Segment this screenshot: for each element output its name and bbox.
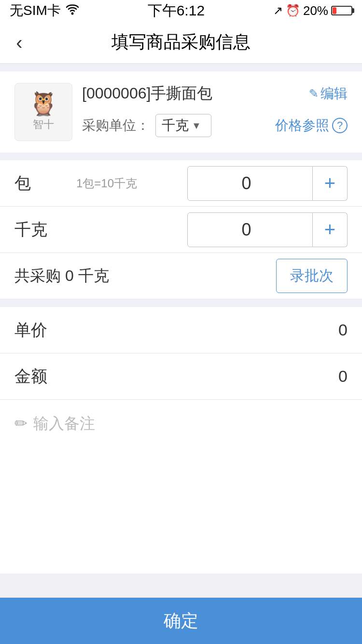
chevron-down-icon: ▼ <box>192 120 201 131</box>
signal-text: 无SIM卡 <box>10 1 61 20</box>
amount-row: 金额 0 <box>0 353 362 400</box>
edit-icon: ✎ <box>309 87 319 100</box>
alarm-icon: ⏰ <box>286 4 300 17</box>
kg-input-row: 千克 + <box>0 207 362 253</box>
bag-sub-label: 1包=10千克 <box>76 176 187 191</box>
mid-divider-2 <box>0 299 362 307</box>
thumbnail-owl-icon: 🦉 <box>29 92 58 115</box>
help-circle-icon: ? <box>332 118 348 133</box>
kg-quantity-input[interactable] <box>187 212 313 247</box>
unit-price-value: 0 <box>338 321 348 339</box>
edit-button[interactable]: ✎ 编辑 <box>309 84 348 103</box>
price-ref-button[interactable]: 价格参照 ? <box>275 116 348 135</box>
product-name-row: [0000006]手撕面包 ✎ 编辑 <box>82 83 348 104</box>
unit-selector-group: 采购单位： 千克 ▼ <box>82 114 211 137</box>
location-icon: ↗ <box>273 4 283 17</box>
back-button[interactable]: ‹ <box>0 21 39 64</box>
kg-plus-button[interactable]: + <box>313 212 348 247</box>
back-arrow-icon: ‹ <box>16 33 22 52</box>
amount-value: 0 <box>338 367 348 386</box>
product-info: [0000006]手撕面包 ✎ 编辑 采购单位： 千克 ▼ 价格参照 ? <box>82 83 348 137</box>
svg-point-0 <box>71 13 73 15</box>
note-section[interactable]: ✏ 输入备注 <box>0 400 362 574</box>
nav-bar: ‹ 填写商品采购信息 <box>0 21 362 64</box>
page-title: 填写商品采购信息 <box>111 30 251 54</box>
bag-quantity-input[interactable] <box>187 166 313 201</box>
product-thumbnail: 🦉 智十 <box>14 83 72 141</box>
kg-input-group: + <box>187 212 348 247</box>
batch-button[interactable]: 录批次 <box>276 259 348 293</box>
product-unit-row: 采购单位： 千克 ▼ 价格参照 ? <box>82 114 348 137</box>
unit-price-label: 单价 <box>14 319 47 341</box>
summary-row: 共采购 0 千克 录批次 <box>0 253 362 299</box>
price-ref-label: 价格参照 <box>275 116 329 135</box>
bag-plus-button[interactable]: + <box>313 166 348 201</box>
battery-percent: 20% <box>303 3 328 18</box>
unit-label: 采购单位： <box>82 116 150 135</box>
unit-value: 千克 <box>162 116 189 135</box>
edit-label: 编辑 <box>320 84 348 103</box>
battery-icon <box>331 6 352 15</box>
unit-select-dropdown[interactable]: 千克 ▼ <box>155 114 211 137</box>
status-time: 下午6:12 <box>148 1 205 21</box>
pencil-icon: ✏ <box>14 414 28 433</box>
amount-label: 金额 <box>14 365 47 388</box>
status-right: ↗ ⏰ 20% <box>273 3 352 18</box>
confirm-button[interactable]: 确定 <box>0 598 362 644</box>
confirm-label: 确定 <box>164 609 198 633</box>
bag-input-group: + <box>187 166 348 201</box>
thumbnail-label: 智十 <box>33 117 54 132</box>
mid-divider-1 <box>0 153 362 160</box>
status-left: 无SIM卡 <box>10 1 79 20</box>
summary-text: 共采购 0 千克 <box>14 266 109 287</box>
unit-price-row: 单价 0 <box>0 307 362 353</box>
price-section: 单价 0 金额 0 <box>0 307 362 400</box>
input-section: 包 1包=10千克 + 千克 + 共采购 0 千克 录批次 <box>0 160 362 299</box>
status-bar: 无SIM卡 下午6:12 ↗ ⏰ 20% <box>0 0 362 21</box>
wifi-icon <box>66 3 79 18</box>
bag-input-row: 包 1包=10千克 + <box>0 160 362 207</box>
top-divider <box>0 64 362 71</box>
bag-label: 包 <box>14 172 72 195</box>
product-card: 🦉 智十 [0000006]手撕面包 ✎ 编辑 采购单位： 千克 ▼ 价格参照 … <box>0 71 362 153</box>
note-placeholder-text: 输入备注 <box>33 413 95 434</box>
kg-label: 千克 <box>14 219 72 241</box>
product-full-name: [0000006]手撕面包 <box>82 83 212 104</box>
